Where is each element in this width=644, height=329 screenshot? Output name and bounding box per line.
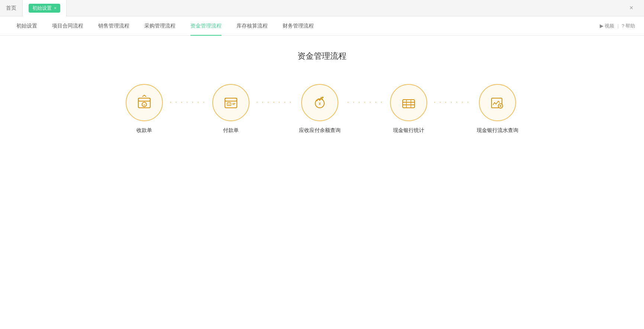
svg-rect-5 (225, 98, 237, 101)
svg-rect-1 (138, 98, 150, 101)
active-tab-label: 初始设置 × (29, 4, 60, 13)
flow-circle-fukuandan: ¥ (212, 84, 249, 121)
video-label: 视频 (605, 23, 614, 29)
svg-text:¥: ¥ (318, 102, 321, 106)
help-label: 帮助 (625, 23, 635, 29)
flow-label-xianjin: 现金银行统计 (393, 127, 424, 134)
top-bar: 首页 初始设置 × × (0, 0, 644, 16)
flow-label-fukuandan: 付款单 (223, 127, 239, 134)
flow-circle-xianjin (390, 84, 427, 121)
help-icon: ? (622, 23, 624, 29)
video-icon: ▶ (600, 23, 603, 29)
nav-item-kucun[interactable]: 库存核算流程 (229, 16, 275, 36)
help-link[interactable]: ? 帮助 (622, 23, 635, 29)
flow-item-xianjin[interactable]: 现金银行统计 (390, 84, 427, 134)
flow-item-fukuandan[interactable]: ¥ 付款单 (212, 84, 249, 134)
shoukuandan-icon: ¥ (135, 93, 154, 112)
nav-item-chushishezhi[interactable]: 初始设置 (9, 16, 45, 36)
flow-item-liushui[interactable]: 现金银行流水查询 (477, 84, 518, 134)
flow-label-shoukuandan: 收款单 (136, 127, 152, 134)
connector-1: · · · · · · · (163, 99, 212, 106)
nav-item-caiwu[interactable]: 财务管理流程 (275, 16, 321, 36)
nav-right: ▶ 视频 | ? 帮助 (600, 23, 635, 29)
nav-item-xiaoshou[interactable]: 销售管理流程 (91, 16, 137, 36)
connector-3: · · · · · · · (341, 99, 390, 106)
main-content: 资金管理流程 ¥ 收款单 · · · · · · · (0, 36, 644, 149)
connector-2: · · · · · · · (249, 99, 299, 106)
video-link[interactable]: ▶ 视频 (600, 23, 614, 29)
flow-label-liushui: 现金银行流水查询 (477, 127, 518, 134)
page-title: 资金管理流程 (297, 51, 347, 62)
nav-bar: 初始设置 项目合同流程 销售管理流程 采购管理流程 资金管理流程 库存核算流程 … (0, 16, 644, 36)
liushui-icon (488, 93, 507, 112)
fukuandan-icon: ¥ (221, 93, 241, 112)
flow-circle-shoukuandan: ¥ (126, 84, 163, 121)
nav-item-caigou[interactable]: 采购管理流程 (137, 16, 183, 36)
yushou-icon: ¥ (310, 93, 329, 112)
tab-active[interactable]: 初始设置 × (23, 0, 67, 16)
window-close-button[interactable]: × (625, 1, 638, 15)
flow-row: ¥ 收款单 · · · · · · · ¥ 付款单 (126, 84, 518, 134)
xianjin-icon (399, 93, 418, 112)
connector-4: · · · · · · · (427, 99, 477, 106)
flow-item-shoukuandan[interactable]: ¥ 收款单 (126, 84, 163, 134)
top-bar-right: × (625, 1, 644, 15)
flow-label-yushou: 应收应付余额查询 (299, 127, 341, 134)
tab-home[interactable]: 首页 (0, 0, 23, 16)
svg-text:¥: ¥ (143, 103, 145, 107)
svg-rect-14 (403, 100, 415, 108)
svg-text:¥: ¥ (228, 103, 230, 106)
flow-item-yushou[interactable]: ¥ 应收应付余额查询 (299, 84, 341, 134)
nav-item-zijin[interactable]: 资金管理流程 (183, 16, 229, 36)
flow-circle-liushui (479, 84, 516, 121)
flow-circle-yushou: ¥ (301, 84, 338, 121)
tab-close-icon[interactable]: × (54, 6, 57, 11)
nav-item-xiangmuheTongliu[interactable]: 项目合同流程 (45, 16, 91, 36)
